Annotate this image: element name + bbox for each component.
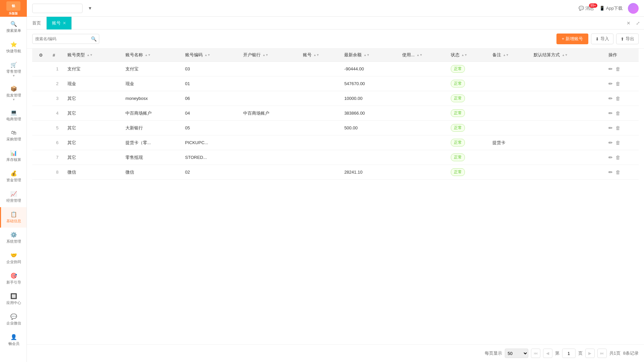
- delete-btn-3[interactable]: 🗑: [615, 110, 621, 116]
- close-window-btn[interactable]: ✕: [625, 20, 632, 26]
- delete-btn-4[interactable]: 🗑: [615, 125, 621, 131]
- prev-page-btn[interactable]: ◀: [543, 349, 552, 358]
- nav-label-basic-info: 基础信息: [6, 219, 21, 224]
- import-button[interactable]: ⬇ 导入: [591, 34, 613, 44]
- delete-btn-1[interactable]: 🗑: [615, 81, 621, 86]
- column-status[interactable]: 状态 ▲▼: [448, 49, 490, 62]
- messages-btn[interactable]: 💬 消息 99+: [579, 5, 594, 11]
- row-usage-2: [399, 91, 448, 106]
- row-remark-2: [490, 91, 531, 106]
- row-latest-balance-5: [341, 135, 399, 150]
- row-remark-7: [490, 165, 531, 180]
- column-latest-balance[interactable]: 最新余额 ▲▼: [341, 49, 399, 62]
- delete-btn-7[interactable]: 🗑: [615, 169, 621, 175]
- maximize-window-btn[interactable]: ⤢: [635, 20, 641, 26]
- tab-close-account[interactable]: ✕: [63, 21, 66, 25]
- sidebar-item-app-center[interactable]: 🔲 应用中心: [0, 289, 26, 309]
- row-usage-5: [399, 135, 448, 150]
- total-pages: 共1页: [609, 350, 621, 356]
- last-page-btn[interactable]: ⏭: [597, 349, 607, 358]
- next-page-btn[interactable]: ▶: [585, 349, 595, 358]
- row-account-no-6: [300, 150, 342, 165]
- column-default-settlement[interactable]: 默认结算方式 ▲▼: [531, 49, 605, 62]
- sidebar-item-quick-nav[interactable]: ⭐ 快捷导航: [0, 37, 26, 58]
- row-account-no-3: [300, 106, 342, 121]
- top-search-input[interactable]: [32, 4, 83, 13]
- row-account-code-2: 06: [182, 91, 240, 106]
- sidebar-item-ecommerce-mgmt[interactable]: 💻 电商管理: [0, 105, 26, 126]
- account-search-input[interactable]: [32, 34, 99, 44]
- table-row: 7 其它 零售抵现 STORED... 正常 ✏ 🗑: [32, 150, 639, 165]
- export-button[interactable]: ⬆ 导出: [616, 34, 639, 44]
- first-page-btn[interactable]: ⏮: [531, 349, 540, 358]
- row-default-settlement-0: [531, 62, 605, 76]
- edit-btn-1[interactable]: ✏: [608, 81, 613, 87]
- nav-icon-basic-info: 📋: [10, 211, 17, 218]
- toolbar-right: + 新增账号 ⬇ 导入 ⬆ 导出: [556, 34, 639, 44]
- app-download-btn[interactable]: 📱 App下载: [599, 5, 623, 11]
- row-account-type-6: 其它: [65, 150, 123, 165]
- edit-btn-4[interactable]: ✏: [608, 125, 613, 131]
- table-row: 1 支付宝 支付宝 03 -90444.00 正常 ✏ 🗑: [32, 62, 639, 76]
- user-avatar[interactable]: [628, 3, 639, 14]
- sidebar-item-retail-mgmt[interactable]: 🛒 零售管理▼: [0, 58, 26, 81]
- nav-label-app-center: 应用中心: [6, 300, 21, 305]
- sidebar-item-beginner-guide[interactable]: 🎯 新手引导: [0, 268, 26, 289]
- row-bank-5: [240, 135, 300, 150]
- column-account-type[interactable]: 账号类型 ▲▼: [65, 49, 123, 62]
- message-icon: 💬: [579, 6, 584, 11]
- tab-home[interactable]: 首页: [27, 17, 47, 29]
- page-input[interactable]: [562, 349, 576, 358]
- row-action-7: ✏ 🗑: [606, 165, 639, 180]
- edit-btn-3[interactable]: ✏: [608, 110, 613, 116]
- sidebar-item-system-mgmt[interactable]: ⚙️ 系统管理: [0, 228, 26, 248]
- nav-icon-retail-mgmt: 🛒: [10, 62, 17, 68]
- sidebar-item-enterprise-agr[interactable]: 🤝 企业协同: [0, 248, 26, 268]
- column-bank[interactable]: 开户银行 ▲▼: [240, 49, 300, 62]
- sidebar-item-finance-mgmt[interactable]: 💰 资金管理: [0, 166, 26, 187]
- edit-btn-5[interactable]: ✏: [608, 140, 613, 146]
- sidebar-item-inventory-calc[interactable]: 📊 库存核算: [0, 146, 26, 166]
- delete-btn-0[interactable]: 🗑: [615, 66, 621, 72]
- sidebar-item-purchase-mgmt[interactable]: 🛍 采购管理: [0, 126, 26, 146]
- search-icon[interactable]: 🔍: [91, 36, 97, 42]
- sidebar-item-ops-mgmt[interactable]: 📈 经营管理: [0, 187, 26, 207]
- sidebar-item-basic-info[interactable]: 📋 基础信息: [0, 207, 26, 228]
- nav-label-enterprise-wechat: 企业微信: [6, 321, 21, 326]
- sidebar-item-enterprise-wechat[interactable]: 💬 企业微信: [0, 309, 26, 330]
- nav-icon-finance-mgmt: 💰: [10, 170, 17, 177]
- row-account-name-2: moneybosx: [123, 91, 182, 106]
- nav-label-purchase-mgmt: 采购管理: [6, 137, 21, 142]
- column-settings[interactable]: ⚙: [32, 49, 50, 62]
- column-account-name[interactable]: 账号名称 ▲▼: [123, 49, 182, 62]
- tab-account[interactable]: 账号✕: [47, 17, 72, 29]
- nav-icon-purchase-mgmt: 🛍: [11, 130, 16, 136]
- row-no-7: 8: [50, 165, 65, 180]
- row-no-1: 2: [50, 76, 65, 91]
- delete-btn-2[interactable]: 🗑: [615, 96, 621, 101]
- column-remark[interactable]: 备注 ▲▼: [490, 49, 531, 62]
- row-remark-3: [490, 106, 531, 121]
- column-account-code[interactable]: 账号编码 ▲▼: [182, 49, 240, 62]
- nav-icon-system-mgmt: ⚙️: [10, 232, 17, 238]
- row-bank-1: [240, 76, 300, 91]
- delete-btn-5[interactable]: 🗑: [615, 140, 621, 145]
- dropdown-btn[interactable]: ▼: [88, 6, 92, 11]
- delete-btn-6[interactable]: 🗑: [615, 155, 621, 160]
- edit-btn-7[interactable]: ✏: [608, 169, 613, 175]
- edit-btn-6[interactable]: ✏: [608, 155, 613, 161]
- sidebar-item-search-menu[interactable]: 🔍 搜索菜单: [0, 17, 26, 37]
- page-size-label: 每页显示: [485, 350, 502, 356]
- column-usage[interactable]: 使用... ▲▼: [399, 49, 448, 62]
- sidebar-item-member[interactable]: 👤 畅会员: [0, 330, 26, 350]
- add-account-button[interactable]: + 新增账号: [556, 34, 588, 44]
- action-btns-5: ✏ 🗑: [608, 140, 636, 146]
- table-row: 3 其它 moneybosx 06 10000.00 正常 ✏ 🗑: [32, 91, 639, 106]
- phone-icon: 📱: [599, 6, 605, 11]
- column-account-no[interactable]: 账号 ▲▼: [300, 49, 342, 62]
- edit-btn-2[interactable]: ✏: [608, 96, 613, 102]
- sidebar-item-wholesale-mgmt[interactable]: 📦 批发管理▼: [0, 81, 26, 105]
- edit-btn-0[interactable]: ✏: [608, 66, 613, 72]
- status-badge-7: 正常: [451, 168, 465, 176]
- page-size-select[interactable]: 102050100: [505, 349, 528, 358]
